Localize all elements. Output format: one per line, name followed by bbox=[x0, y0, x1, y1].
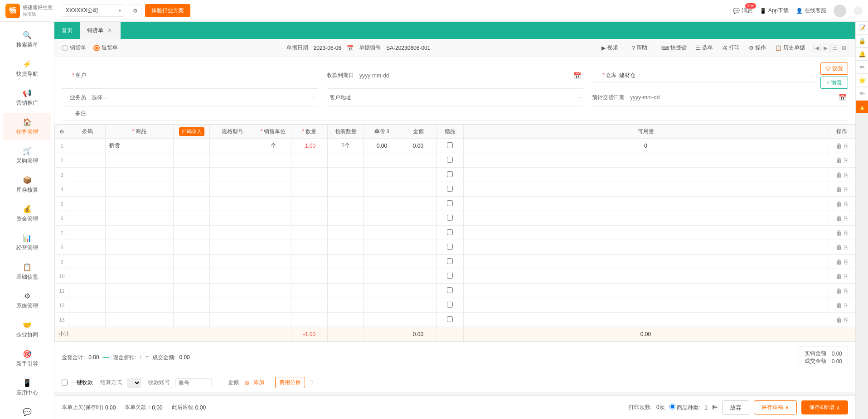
row-gift[interactable] bbox=[436, 153, 464, 168]
next-record-icon[interactable]: ▶ bbox=[822, 44, 829, 52]
row-qty[interactable] bbox=[291, 153, 328, 168]
row-unit-price[interactable] bbox=[364, 153, 400, 168]
row-unit[interactable] bbox=[255, 255, 291, 269]
row-amount[interactable] bbox=[400, 284, 436, 298]
row-product[interactable] bbox=[106, 168, 174, 182]
row-barcode[interactable] bbox=[69, 211, 106, 226]
row-product[interactable] bbox=[106, 269, 174, 284]
row-qty[interactable] bbox=[291, 197, 328, 211]
row-qty[interactable] bbox=[291, 313, 328, 327]
avatar-extra[interactable] bbox=[853, 6, 863, 15]
row-amount[interactable] bbox=[400, 313, 436, 327]
customer-input[interactable] bbox=[89, 70, 310, 82]
row-barcode[interactable] bbox=[69, 168, 106, 182]
right-sidebar-btn-3[interactable]: 🔔 bbox=[856, 48, 868, 61]
customer-address-input[interactable] bbox=[354, 92, 575, 103]
row-unit-price[interactable] bbox=[364, 197, 400, 211]
row-spec[interactable] bbox=[210, 211, 255, 226]
row-unit-price[interactable] bbox=[364, 269, 400, 284]
tab-sales-order[interactable]: 销货单 ✕ bbox=[80, 22, 121, 39]
row-pkg-qty[interactable] bbox=[328, 284, 364, 298]
row-gift[interactable] bbox=[436, 211, 464, 226]
trial-button[interactable]: 体验行业方案 bbox=[145, 4, 190, 17]
view-list-icon[interactable]: ☰ bbox=[830, 44, 839, 52]
row-spec[interactable] bbox=[210, 284, 255, 298]
sidebar-item-marketing[interactable]: 📢 营销推广 bbox=[3, 84, 51, 111]
row-copy-icon[interactable]: ⎘ bbox=[844, 142, 848, 149]
col-gear[interactable]: ⚙ bbox=[55, 125, 69, 139]
row-product[interactable] bbox=[106, 255, 174, 269]
row-barcode[interactable] bbox=[69, 197, 106, 211]
row-pkg-qty[interactable] bbox=[328, 240, 364, 255]
row-delete-icon[interactable]: 🗑 bbox=[836, 316, 842, 323]
row-qty[interactable] bbox=[291, 255, 328, 269]
row-unit-price[interactable] bbox=[364, 211, 400, 226]
save-new-button[interactable]: 保存&新增 ∧ bbox=[801, 400, 848, 414]
row-gift[interactable] bbox=[436, 182, 464, 197]
add-amount-icon[interactable]: ⊕ bbox=[244, 379, 250, 386]
row-pkg-qty[interactable] bbox=[328, 269, 364, 284]
cash-discount-info-icon[interactable]: ℹ bbox=[140, 354, 142, 361]
row-barcode[interactable] bbox=[69, 284, 106, 298]
warehouse-dots-icon[interactable]: ··· bbox=[809, 72, 817, 79]
row-amount[interactable] bbox=[400, 240, 436, 255]
row-qty[interactable] bbox=[291, 298, 328, 313]
row-copy-icon[interactable]: ⎘ bbox=[844, 157, 848, 164]
logistics-button[interactable]: + 物流 bbox=[820, 77, 848, 89]
row-barcode[interactable] bbox=[69, 313, 106, 327]
right-sidebar-btn-2[interactable]: 🔒 bbox=[856, 35, 868, 48]
row-product[interactable] bbox=[106, 211, 174, 226]
row-unit[interactable] bbox=[255, 211, 291, 226]
customer-dots-icon[interactable]: ··· bbox=[310, 72, 318, 79]
row-unit[interactable] bbox=[255, 240, 291, 255]
row-spec[interactable] bbox=[210, 298, 255, 313]
row-qty[interactable] bbox=[291, 240, 328, 255]
account-input[interactable] bbox=[175, 378, 212, 387]
row-barcode[interactable] bbox=[69, 255, 106, 269]
row-delete-icon[interactable]: 🗑 bbox=[836, 200, 842, 207]
sidebar-item-basics[interactable]: 📋 基础信息 bbox=[3, 258, 51, 285]
sidebar-item-app-center[interactable]: 📱 应用中心 bbox=[3, 374, 51, 401]
row-delete-icon[interactable]: 🗑 bbox=[836, 186, 842, 193]
row-qty[interactable] bbox=[291, 269, 328, 284]
row-delete-icon[interactable]: 🗑 bbox=[836, 157, 842, 164]
row-gift[interactable] bbox=[436, 168, 464, 182]
row-copy-icon[interactable]: ⎘ bbox=[844, 316, 848, 323]
calendar-icon[interactable]: 📅 bbox=[347, 45, 354, 51]
row-unit-price[interactable] bbox=[364, 255, 400, 269]
row-delete-icon[interactable]: 🗑 bbox=[836, 142, 842, 149]
row-pkg-qty[interactable] bbox=[328, 182, 364, 197]
row-spec[interactable] bbox=[210, 153, 255, 168]
row-delete-icon[interactable]: 🗑 bbox=[836, 302, 842, 309]
product-type-radio[interactable] bbox=[669, 404, 675, 409]
salesperson-input[interactable] bbox=[89, 92, 310, 103]
expense-split-button[interactable]: 费用分摊 bbox=[275, 377, 305, 388]
expected-delivery-calendar-icon[interactable]: 📅 bbox=[837, 94, 848, 101]
row-qty[interactable] bbox=[291, 226, 328, 240]
row-delete-icon[interactable]: 🗑 bbox=[836, 273, 842, 280]
sidebar-item-system[interactable]: ⚙ 系统管理 bbox=[3, 287, 51, 314]
row-gift[interactable] bbox=[436, 298, 464, 313]
one-click-payment-checkbox[interactable] bbox=[62, 380, 68, 385]
row-amount[interactable] bbox=[400, 153, 436, 168]
sidebar-item-guide[interactable]: 🎯 新手引导 bbox=[3, 345, 51, 372]
abandon-button[interactable]: 放弃 bbox=[722, 400, 749, 415]
right-sidebar-btn-5[interactable]: ⭐ bbox=[856, 74, 868, 87]
row-amount[interactable] bbox=[400, 269, 436, 284]
row-spec[interactable] bbox=[210, 226, 255, 240]
row-unit-price[interactable] bbox=[364, 168, 400, 182]
row-unit-price[interactable] bbox=[364, 182, 400, 197]
sidebar-item-search[interactable]: 🔍 搜索菜单 bbox=[3, 26, 51, 53]
operate-btn[interactable]: ⚙ 操作 bbox=[746, 43, 769, 53]
tab-home[interactable]: 首页 bbox=[54, 22, 80, 39]
row-pkg-qty[interactable] bbox=[328, 313, 364, 327]
row-pkg-qty[interactable] bbox=[328, 298, 364, 313]
expense-info-icon[interactable]: ? bbox=[310, 380, 314, 386]
notes-input[interactable] bbox=[89, 109, 848, 117]
row-spec[interactable] bbox=[210, 168, 255, 182]
row-unit[interactable]: 个 bbox=[255, 139, 291, 153]
row-unit[interactable] bbox=[255, 284, 291, 298]
row-delete-icon[interactable]: 🗑 bbox=[836, 258, 842, 265]
avatar[interactable] bbox=[834, 5, 846, 17]
row-spec[interactable] bbox=[210, 313, 255, 327]
